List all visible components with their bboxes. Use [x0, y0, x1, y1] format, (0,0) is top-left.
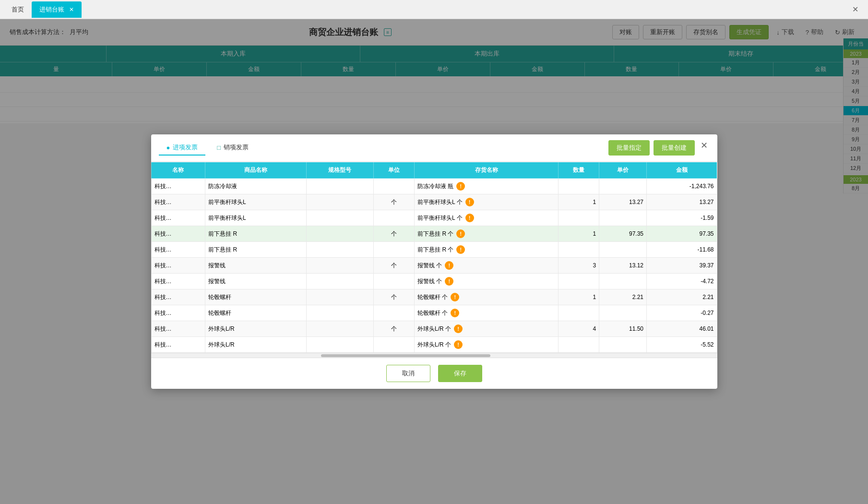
cell-spec [306, 321, 373, 337]
cell-price: 11.50 [599, 321, 647, 337]
cell-quantity: 1 [559, 226, 599, 242]
modal-close-button[interactable]: ✕ [699, 140, 710, 156]
table-row[interactable]: 科技…报警线个报警线 个!313.1239.37 [151, 258, 717, 274]
cell-product-name: 前下悬挂 R [205, 226, 307, 242]
cell-stock-name: 前下悬挂 R 个! [415, 242, 558, 257]
cell-product-name: 外球头L/R [205, 321, 307, 337]
cell-spec [306, 226, 373, 242]
cell-name: 科技… [151, 210, 205, 226]
save-button[interactable]: 保存 [438, 365, 482, 382]
cell-unit: 个 [374, 321, 415, 337]
modal-footer: 取消 保存 [151, 358, 717, 389]
table-header: 名称 商品名称 规格型号 单位 存货名称 数量 单价 金额 [151, 162, 717, 179]
th-name: 名称 [151, 162, 205, 179]
cell-price [599, 210, 647, 226]
th-product-name: 商品名称 [205, 162, 307, 179]
warning-icon: ! [445, 277, 453, 286]
cell-name: 科技… [151, 305, 205, 321]
cell-spec [306, 337, 373, 353]
cell-amount: -1.59 [647, 210, 717, 226]
batch-assign-button[interactable]: 批量指定 [608, 140, 650, 156]
cell-product-name: 前平衡杆球头L [205, 210, 307, 226]
tab-ledger[interactable]: 进销台账 ✕ [32, 1, 82, 18]
cell-unit: 个 [374, 194, 415, 210]
warning-icon: ! [456, 182, 465, 191]
cell-price [599, 179, 647, 194]
table-row[interactable]: 科技…前平衡杆球头L个前平衡杆球头L 个!113.2713.27 [151, 194, 717, 210]
cell-product-name: 报警线 [205, 258, 307, 274]
cell-stock-name: 报警线 个! [415, 274, 558, 289]
cell-amount: -5.52 [647, 337, 717, 353]
warning-icon: ! [445, 261, 453, 270]
cell-price: 97.35 [599, 226, 647, 242]
cell-spec [306, 289, 373, 305]
cell-unit [374, 305, 415, 321]
cell-name: 科技… [151, 194, 205, 210]
tab-home[interactable]: 首页 [4, 1, 32, 18]
invoice-table-body: 科技…防冻冷却液防冻冷却液 瓶!-1,243.76科技…前平衡杆球头L个前平衡杆… [151, 179, 717, 353]
th-price: 单价 [599, 162, 647, 179]
warning-icon: ! [454, 324, 463, 333]
modal-dialog: ● 进项发票 □ 销项发票 批量指定 批量创建 ✕ [151, 134, 717, 389]
cell-amount: 13.27 [647, 194, 717, 210]
cell-spec [306, 242, 373, 258]
invoice-table: 名称 商品名称 规格型号 单位 存货名称 数量 单价 金额 科技…防冻冷却液防冻… [151, 162, 717, 353]
table-row[interactable]: 科技…轮毂螺杆个轮毂螺杆 个!12.212.21 [151, 289, 717, 305]
cell-stock-name: 前平衡杆球头L 个! [415, 210, 558, 226]
table-row[interactable]: 科技…前下悬挂 R个前下悬挂 R 个!197.3597.35 [151, 226, 717, 242]
table-row[interactable]: 科技…外球头L/R外球头L/R 个!-5.52 [151, 337, 717, 353]
th-amount: 金额 [647, 162, 717, 179]
tab-bar: 首页 进销台账 ✕ ✕ [0, 0, 868, 19]
table-row[interactable]: 科技…轮毂螺杆轮毂螺杆 个!-0.27 [151, 305, 717, 321]
cell-stock-name: 防冻冷却液 瓶! [415, 179, 558, 194]
cell-unit: 个 [374, 226, 415, 242]
table-row[interactable]: 科技…前平衡杆球头L前平衡杆球头L 个!-1.59 [151, 210, 717, 226]
cell-name: 科技… [151, 321, 205, 337]
tab-close-ledger[interactable]: ✕ [69, 6, 74, 13]
cell-unit [374, 179, 415, 194]
cell-spec [306, 305, 373, 321]
tab-incoming-invoice[interactable]: ● 进项发票 [159, 140, 206, 156]
modal-header-actions: 批量指定 批量创建 ✕ [608, 140, 710, 156]
cell-amount: -4.72 [647, 274, 717, 289]
modal-header: ● 进项发票 □ 销项发票 批量指定 批量创建 ✕ [151, 134, 717, 162]
cell-spec [306, 258, 373, 274]
warning-icon: ! [454, 340, 463, 349]
cell-unit [374, 274, 415, 289]
cell-product-name: 轮毂螺杆 [205, 289, 307, 305]
cell-quantity [559, 210, 599, 226]
cell-quantity [559, 337, 599, 353]
cell-amount: 39.37 [647, 258, 717, 274]
table-row[interactable]: 科技…防冻冷却液防冻冷却液 瓶!-1,243.76 [151, 179, 717, 194]
warning-icon: ! [465, 214, 474, 222]
cell-spec [306, 179, 373, 194]
tab-outgoing-invoice[interactable]: □ 销项发票 [209, 140, 256, 156]
batch-create-button[interactable]: 批量创建 [654, 140, 695, 156]
table-row[interactable]: 科技…前下悬挂 R前下悬挂 R 个!-11.68 [151, 242, 717, 258]
warning-icon: ! [451, 309, 459, 317]
cell-quantity: 1 [559, 194, 599, 210]
cell-amount: -0.27 [647, 305, 717, 321]
cell-unit [374, 210, 415, 226]
cell-price [599, 337, 647, 353]
cell-amount: 97.35 [647, 226, 717, 242]
cell-price [599, 305, 647, 321]
cell-stock-name: 外球头L/R 个! [415, 337, 558, 352]
table-row[interactable]: 科技…外球头L/R个外球头L/R 个!411.5046.01 [151, 321, 717, 337]
cell-unit: 个 [374, 289, 415, 305]
cell-unit [374, 242, 415, 258]
app-close-button[interactable]: ✕ [846, 5, 864, 14]
cancel-button[interactable]: 取消 [386, 365, 430, 382]
modal-scrollbar-thumb [321, 354, 490, 357]
cell-amount: 46.01 [647, 321, 717, 337]
cell-quantity [559, 274, 599, 289]
cell-name: 科技… [151, 337, 205, 353]
modal-scrollbar[interactable] [151, 353, 717, 358]
cell-name: 科技… [151, 226, 205, 242]
cell-unit: 个 [374, 258, 415, 274]
table-row[interactable]: 科技…报警线报警线 个!-4.72 [151, 274, 717, 289]
cell-name: 科技… [151, 258, 205, 274]
th-quantity: 数量 [559, 162, 599, 179]
cell-spec [306, 210, 373, 226]
warning-icon: ! [451, 293, 459, 301]
